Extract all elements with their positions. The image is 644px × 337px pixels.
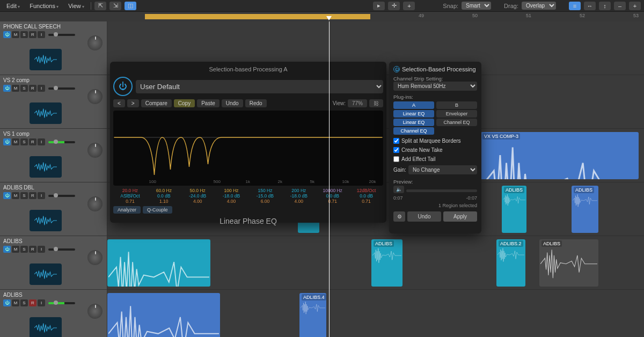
pointer-tool-icon[interactable]: ▸ xyxy=(373,2,385,10)
audio-region[interactable]: ADLIBS.2 xyxy=(496,239,525,287)
newtake-checkbox[interactable]: Create New Take xyxy=(393,147,477,153)
record-button[interactable]: R xyxy=(29,299,36,306)
power-button[interactable]: ⏻ xyxy=(3,31,11,38)
mute-button[interactable]: M xyxy=(12,31,19,38)
snap-select[interactable]: Smart xyxy=(462,2,491,10)
mute-button[interactable]: M xyxy=(12,192,19,199)
track-header[interactable]: VS 1 comp ⏻MSRI xyxy=(0,129,107,182)
record-button[interactable]: R xyxy=(29,138,36,145)
audio-region[interactable] xyxy=(107,293,220,337)
solo-button[interactable]: S xyxy=(20,192,28,199)
volume-slider[interactable] xyxy=(48,141,75,143)
power-button[interactable]: ⏻ xyxy=(3,192,11,199)
audio-region[interactable] xyxy=(107,239,210,287)
input-button[interactable]: I xyxy=(38,138,45,145)
audio-region[interactable]: ADLIBS xyxy=(539,239,598,287)
edit-menu[interactable]: Edit xyxy=(3,2,23,10)
solo-button[interactable]: S xyxy=(20,299,28,306)
drag-select[interactable]: Overlap xyxy=(522,2,556,10)
eq-band[interactable]: 50.0 Hz-24.0 dB4.00 xyxy=(181,188,215,204)
input-button[interactable]: I xyxy=(38,246,45,253)
eq-band[interactable]: 100 Hz-18.0 dB4.00 xyxy=(215,188,248,204)
marquee-tool-icon[interactable]: ✛ xyxy=(388,2,400,10)
power-button[interactable]: ⏻ xyxy=(3,246,11,253)
compare-button[interactable]: Compare xyxy=(141,99,172,107)
plugin-slot[interactable]: Channel EQ xyxy=(393,127,434,135)
plugin-window[interactable]: Selection-based Processing A ⏻ User Defa… xyxy=(110,62,386,223)
eq-band[interactable]: 10000 Hz0.0 dB0.71 xyxy=(316,188,349,204)
preset-select[interactable]: User Default xyxy=(136,80,383,93)
analyzer-tab[interactable]: Analyzer xyxy=(113,206,141,214)
input-button[interactable]: I xyxy=(38,299,45,306)
column-b-button[interactable]: B xyxy=(436,101,477,109)
column-a-button[interactable]: A xyxy=(393,101,434,109)
pan-knob[interactable] xyxy=(87,250,103,265)
plugin-power-icon[interactable]: ⏻ xyxy=(113,77,133,96)
gear-icon[interactable]: ⚙ xyxy=(393,211,405,222)
sbp-panel[interactable]: ⏻Selection-Based Processing Channel Stri… xyxy=(389,62,481,233)
eq-band[interactable]: 200 Hz-18.0 dB4.00 xyxy=(282,188,316,204)
link-icon[interactable]: ⛓ xyxy=(369,99,383,107)
solo-button[interactable]: S xyxy=(20,85,28,92)
sbp-power-icon[interactable]: ⏻ xyxy=(393,66,400,72)
marquee-icon[interactable]: ◫ xyxy=(125,2,136,10)
volume-slider[interactable] xyxy=(48,248,75,251)
waveform-icon[interactable]: ≡ xyxy=(569,2,581,10)
audio-region[interactable]: VX VS COMP-3 xyxy=(480,132,639,179)
eq-band[interactable]: 20.0 HzASlBl/Oct0.71 xyxy=(113,188,147,204)
eq-display[interactable]: 100 500 1k 2k 5k 10k 20k xyxy=(113,111,383,186)
playhead[interactable] xyxy=(329,21,330,337)
pan-knob[interactable] xyxy=(87,143,103,158)
record-button[interactable]: R xyxy=(29,85,36,92)
plugin-slot[interactable]: Linear EQ xyxy=(393,119,434,126)
mute-button[interactable]: M xyxy=(12,246,19,253)
zoom-v-icon[interactable]: ↕ xyxy=(599,2,611,10)
power-button[interactable]: ⏻ xyxy=(3,85,11,92)
solo-button[interactable]: S xyxy=(20,138,28,145)
zoom-in-icon[interactable]: + xyxy=(629,2,641,10)
speaker-icon[interactable]: 🔈 xyxy=(393,186,404,193)
tail-checkbox[interactable]: Add Effect Tail xyxy=(393,156,477,162)
volume-slider[interactable] xyxy=(48,195,75,197)
pan-knob[interactable] xyxy=(87,304,103,319)
record-button[interactable]: R xyxy=(29,192,36,199)
track-header[interactable]: ADLIBS DBL ⏻MSRI xyxy=(0,182,107,236)
solo-button[interactable]: S xyxy=(20,31,28,38)
input-button[interactable]: I xyxy=(38,31,45,38)
input-button[interactable]: I xyxy=(38,192,45,199)
pan-knob[interactable] xyxy=(87,35,103,50)
redo-button[interactable]: Redo xyxy=(245,99,267,107)
audio-region[interactable]: ADLIBS xyxy=(572,186,598,233)
audio-region[interactable]: ADLIBS.4 xyxy=(299,293,326,337)
eq-band[interactable]: 12dB/Oct0.0 dB0.71 xyxy=(349,188,383,204)
volume-slider[interactable] xyxy=(48,87,75,90)
gain-select[interactable]: No Change xyxy=(408,165,477,174)
view-zoom[interactable]: 77% xyxy=(348,99,367,107)
view-menu[interactable]: View xyxy=(65,2,87,10)
prev-preset-button[interactable]: < xyxy=(113,99,125,107)
next-preset-button[interactable]: > xyxy=(127,99,139,107)
zoom-h-icon[interactable]: ↔ xyxy=(584,2,596,10)
qcouple-tab[interactable]: Q-Couple xyxy=(143,206,172,214)
catch-icon[interactable]: ⇲ xyxy=(109,2,121,10)
pan-knob[interactable] xyxy=(87,196,103,211)
link-icon[interactable]: ⇱ xyxy=(94,2,106,10)
audio-region[interactable]: ADLIBS xyxy=(502,186,526,233)
css-select[interactable]: Hum Removal 50Hz xyxy=(393,82,477,91)
track-header[interactable]: PHONE CALL SPEECH ⏻MSRI xyxy=(0,21,107,75)
apply-button[interactable]: Apply xyxy=(443,211,477,222)
record-button[interactable]: R xyxy=(29,31,36,38)
undo-button[interactable]: Undo xyxy=(222,99,243,107)
split-checkbox[interactable]: Split at Marquee Borders xyxy=(393,138,477,144)
track-header[interactable]: ADLIBS ⏻MSRI xyxy=(0,236,107,290)
pan-knob[interactable] xyxy=(87,89,103,104)
audio-region[interactable]: ADLIBS xyxy=(371,239,402,287)
input-button[interactable]: I xyxy=(38,85,45,92)
mute-button[interactable]: M xyxy=(12,138,19,145)
undo-button[interactable]: Undo xyxy=(407,211,441,222)
track-header[interactable]: VS 2 comp ⏻MSRI xyxy=(0,75,107,129)
track-header[interactable]: ADLIBS ⏻MSRI xyxy=(0,290,107,337)
mute-button[interactable]: M xyxy=(12,85,19,92)
power-button[interactable]: ⏻ xyxy=(3,299,11,306)
cycle-range[interactable] xyxy=(145,14,370,19)
